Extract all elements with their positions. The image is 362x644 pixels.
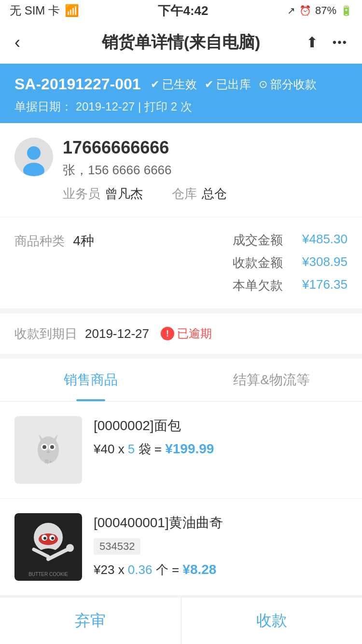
due-section: 收款到期日 2019-12-27 ! 已逾期 bbox=[0, 313, 362, 359]
owl-icon: 导+ bbox=[24, 431, 72, 469]
location-icon: ↗ bbox=[287, 5, 295, 16]
warehouse-label: 仓库 bbox=[172, 185, 197, 202]
order-number: SA-20191227-001 bbox=[14, 75, 141, 93]
due-label: 收款到期日 bbox=[14, 325, 77, 342]
product-thumbnail-2: BUTTER COOKIE bbox=[14, 513, 82, 581]
product-price-2: ¥23 x 0.36 个 = ¥8.28 bbox=[94, 561, 348, 578]
page-title: 销货单详情(来自电脑) bbox=[102, 31, 261, 54]
status-left: 无 SIM 卡 📶 bbox=[10, 3, 79, 18]
product-total-1: ¥199.99 bbox=[165, 441, 214, 456]
customer-id: 17666666666 bbox=[63, 138, 348, 158]
category-item: 商品种类 4种 bbox=[14, 232, 94, 250]
product-qty-1: 5 bbox=[128, 442, 135, 456]
nav-bar: ‹ 销货单详情(来自电脑) ⬆ ••• bbox=[0, 21, 362, 64]
received-label: 收款金额 bbox=[233, 254, 283, 271]
banner-top: SA-20191227-001 ✔ 已生效 ✔ 已出库 ⊙ 部分收款 bbox=[14, 75, 348, 93]
header-banner: SA-20191227-001 ✔ 已生效 ✔ 已出库 ⊙ 部分收款 单据日期：… bbox=[0, 64, 362, 123]
status-badge-effective: ✔ 已生效 bbox=[151, 77, 197, 92]
svg-point-23 bbox=[66, 544, 74, 552]
tab-settlement[interactable]: 结算&物流等 bbox=[181, 359, 362, 401]
tabs-container: 销售商品 结算&物流等 bbox=[0, 359, 362, 402]
more-icon[interactable]: ••• bbox=[333, 36, 348, 49]
cancel-review-button[interactable]: 弃审 bbox=[0, 597, 181, 644]
customer-avatar bbox=[14, 138, 53, 176]
check-icon-2: ✔ bbox=[205, 78, 213, 91]
status-right: ↗ ⏰ 87% 🔋 bbox=[287, 4, 352, 17]
overdue-badge: ! 已逾期 bbox=[157, 325, 216, 342]
summary-section: 商品种类 4种 成交金额 ¥485.30 收款金额 ¥308.95 本单欠款 ¥… bbox=[0, 217, 362, 313]
footer-bar: 弃审 收款 bbox=[0, 597, 362, 644]
product-qty-2: 0.36 bbox=[128, 562, 153, 577]
owed-row: 本单欠款 ¥176.35 bbox=[233, 277, 348, 294]
avatar-icon bbox=[14, 138, 53, 176]
status-time: 下午4:42 bbox=[158, 2, 208, 19]
summary-left: 商品种类 4种 bbox=[14, 232, 94, 250]
battery-label: 87% bbox=[315, 4, 336, 17]
share-icon[interactable]: ⬆ bbox=[306, 34, 318, 51]
overdue-icon: ! bbox=[161, 327, 174, 340]
battery-icon: 🔋 bbox=[340, 5, 352, 16]
product-item: 导+ [0000002]面包 ¥40 x 5 袋 = ¥199.99 bbox=[0, 402, 362, 499]
category-label: 商品种类 bbox=[14, 234, 65, 248]
status-badge-shipped: ✔ 已出库 bbox=[205, 77, 251, 92]
amount-label: 成交金额 bbox=[233, 232, 283, 249]
category-value: 4种 bbox=[73, 233, 94, 248]
svg-point-8 bbox=[50, 445, 54, 449]
svg-point-19 bbox=[43, 537, 46, 540]
customer-info: 17666666666 张，156 6666 6666 业务员 曾凡杰 仓库 总… bbox=[63, 138, 348, 202]
sales-label: 业务员 bbox=[63, 185, 100, 202]
product-name-1: [0000002]面包 bbox=[94, 416, 348, 435]
tab-indicator bbox=[76, 399, 105, 401]
received-value: ¥308.95 bbox=[302, 254, 348, 271]
sales-meta: 业务员 曾凡杰 bbox=[63, 185, 143, 202]
svg-point-20 bbox=[51, 537, 54, 540]
product-details-2: [000400001]黄油曲奇 534532 ¥23 x 0.36 个 = ¥8… bbox=[94, 513, 348, 578]
collect-payment-button[interactable]: 收款 bbox=[181, 597, 362, 644]
product-image-2: BUTTER COOKIE bbox=[14, 513, 82, 581]
check-icon-1: ✔ bbox=[151, 78, 159, 91]
banner-date: 单据日期： 2019-12-27 | 打印 2 次 bbox=[14, 99, 348, 114]
product-item-2: BUTTER COOKIE [000400001]黄油曲奇 534532 ¥23… bbox=[0, 499, 362, 596]
received-row: 收款金额 ¥308.95 bbox=[233, 254, 348, 271]
owed-label: 本单欠款 bbox=[233, 277, 283, 294]
product-total-2: ¥8.28 bbox=[182, 562, 216, 577]
svg-point-1 bbox=[27, 146, 41, 160]
product-details-1: [0000002]面包 ¥40 x 5 袋 = ¥199.99 bbox=[94, 416, 348, 458]
owed-value: ¥176.35 bbox=[302, 277, 348, 294]
product-thumbnail-1: 导+ bbox=[14, 416, 82, 484]
product-price-1: ¥40 x 5 袋 = ¥199.99 bbox=[94, 441, 348, 458]
product-list: 导+ [0000002]面包 ¥40 x 5 袋 = ¥199.99 bbox=[0, 402, 362, 596]
customer-section: 17666666666 张，156 6666 6666 业务员 曾凡杰 仓库 总… bbox=[0, 123, 362, 217]
amount-value: ¥485.30 bbox=[302, 232, 348, 249]
svg-text:BUTTER COOKIE: BUTTER COOKIE bbox=[28, 572, 68, 577]
warehouse-meta: 仓库 总仓 bbox=[172, 185, 227, 202]
status-badge-partial: ⊙ 部分收款 bbox=[259, 77, 317, 92]
customer-meta: 业务员 曾凡杰 仓库 总仓 bbox=[63, 185, 348, 202]
svg-text:导+: 导+ bbox=[44, 459, 52, 464]
customer-name: 张，156 6666 6666 bbox=[63, 162, 348, 179]
overdue-label: 已逾期 bbox=[177, 326, 212, 341]
wifi-icon: 📶 bbox=[65, 4, 79, 17]
amount-row: 成交金额 ¥485.30 bbox=[233, 232, 348, 249]
status-badges: ✔ 已生效 ✔ 已出库 ⊙ 部分收款 bbox=[151, 77, 317, 92]
svg-point-7 bbox=[42, 445, 46, 449]
alarm-icon: ⏰ bbox=[299, 5, 311, 16]
tab-sales-products[interactable]: 销售商品 bbox=[0, 359, 181, 401]
due-date: 2019-12-27 bbox=[85, 326, 149, 341]
warehouse-value: 总仓 bbox=[202, 185, 227, 202]
carrier-label: 无 SIM 卡 bbox=[10, 3, 60, 18]
clock-icon: ⊙ bbox=[259, 78, 267, 91]
nav-actions: ⬆ ••• bbox=[306, 34, 348, 51]
back-button[interactable]: ‹ bbox=[10, 28, 25, 57]
product-batch-2: 534532 bbox=[94, 538, 140, 555]
sales-value: 曾凡杰 bbox=[105, 185, 143, 202]
summary-right: 成交金额 ¥485.30 收款金额 ¥308.95 本单欠款 ¥176.35 bbox=[233, 232, 348, 294]
status-bar: 无 SIM 卡 📶 下午4:42 ↗ ⏰ 87% 🔋 bbox=[0, 0, 362, 21]
product-name-2: [000400001]黄油曲奇 bbox=[94, 513, 348, 532]
